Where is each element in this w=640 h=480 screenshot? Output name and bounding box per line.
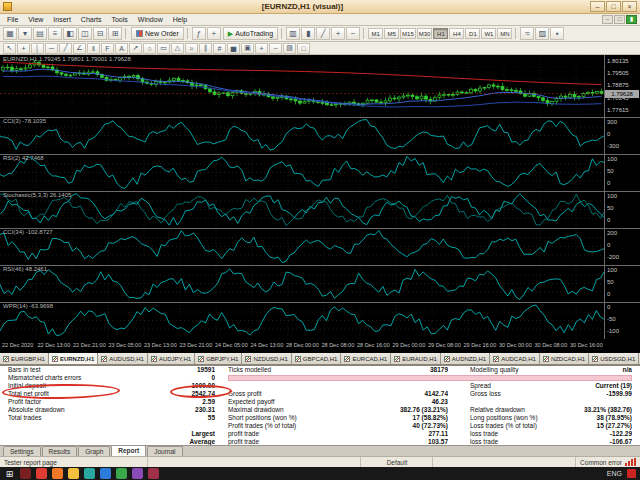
language-indicator[interactable]: ENG (607, 470, 622, 477)
ellipse-shape-icon[interactable]: ○ (143, 43, 156, 54)
taskbar-app-orange-icon[interactable] (52, 468, 63, 479)
tester-tab-results[interactable]: Results (42, 446, 78, 456)
taskbar-app-dark-red-icon[interactable] (20, 468, 31, 479)
timeframe-m1[interactable]: M1 (368, 28, 383, 39)
expert-advisors-icon[interactable]: ƒ (192, 27, 206, 40)
fibonacci-icon[interactable]: F (101, 43, 114, 54)
chart-dropdown-icon[interactable]: ▾ (18, 27, 32, 40)
indicator-list-icon[interactable]: ≈ (185, 43, 198, 54)
line-chart-icon[interactable]: ╱ (316, 27, 330, 40)
symbol-tab-nzdcad[interactable]: NZDCAD,H1 (540, 353, 589, 365)
indicator-pane-2[interactable]: RSI(2) 42.7468100500 (0, 154, 640, 191)
depth-of-market-icon[interactable]: ▪ (550, 27, 564, 40)
indicator-pane-3[interactable]: Stochastic(5,3,3) 26.1405100500 (0, 191, 640, 228)
channel-icon[interactable]: ‖ (87, 43, 100, 54)
fullscreen-icon[interactable]: □ (297, 43, 310, 54)
tester-tab-report[interactable]: Report (111, 445, 146, 456)
price-axis-separator[interactable] (604, 55, 605, 339)
taskbar-app-green-icon[interactable] (116, 468, 127, 479)
symbol-tab-usdsgd[interactable]: USDSGD,H1 (589, 353, 639, 365)
menu-window[interactable]: Window (133, 14, 168, 25)
trend-angle-icon[interactable]: ∠ (73, 43, 86, 54)
taskbar-app-blue-icon[interactable] (100, 468, 111, 479)
menu-help[interactable]: Help (168, 14, 192, 25)
symbol-tab-audjpy[interactable]: AUDJPY,H1 (148, 353, 195, 365)
time-axis[interactable]: 22 Dec 202022 Dec 13:0022 Dec 21:0023 De… (0, 339, 640, 353)
menu-tools[interactable]: Tools (106, 14, 132, 25)
vertical-line-icon[interactable]: │ (31, 43, 44, 54)
symbol-tab-audcad[interactable]: AUDCAD,H1 (490, 353, 540, 365)
arrow-marker-icon[interactable]: ↗ (129, 43, 142, 54)
symbol-tab-gbpcad[interactable]: GBPCAD,H1 (292, 353, 342, 365)
indicators-icon[interactable]: ≈ (520, 27, 534, 40)
taskbar-start-button-icon[interactable]: ⊞ (4, 468, 15, 479)
new-chart-icon[interactable]: ▦ (3, 27, 17, 40)
close-button[interactable]: × (622, 1, 637, 12)
symbol-tab-eurcad[interactable]: EURCAD,H1 (341, 353, 391, 365)
pane-separator[interactable] (0, 154, 640, 155)
zoom-out-icon[interactable]: − (346, 27, 360, 40)
zoom-in-icon[interactable]: + (331, 27, 345, 40)
zoom-out-icon[interactable]: − (269, 43, 282, 54)
strategy-tester-icon[interactable]: ⊞ (108, 27, 122, 40)
objects-list-icon[interactable]: ▣ (241, 43, 254, 54)
taskbar-app-purple-icon[interactable] (132, 468, 143, 479)
zoom-in-icon[interactable]: + (255, 43, 268, 54)
menu-insert[interactable]: Insert (48, 14, 76, 25)
pane-separator[interactable] (0, 302, 640, 303)
text-label-icon[interactable]: A (115, 43, 128, 54)
indicator-pane-1[interactable]: CCI(3) -78.10353000-300 (0, 117, 640, 154)
pane-separator[interactable] (0, 117, 640, 118)
menu-view[interactable]: View (23, 14, 48, 25)
indicator-pane-5[interactable]: RSI(46) 48.2461100500 (0, 265, 640, 302)
navigator-icon[interactable]: ◫ (78, 27, 92, 40)
timeframe-m30[interactable]: M30 (417, 28, 433, 39)
timeframe-m15[interactable]: M15 (400, 28, 416, 39)
templates-icon[interactable]: ▨ (535, 27, 549, 40)
chart-objects-icon[interactable]: + (207, 27, 221, 40)
pane-separator[interactable] (0, 191, 640, 192)
menu-file[interactable]: File (2, 14, 23, 25)
period-separator-icon[interactable]: ∥ (199, 43, 212, 54)
tray-alert-icon[interactable] (627, 469, 636, 478)
horizontal-line-icon[interactable]: ─ (45, 43, 58, 54)
timeframe-h1[interactable]: H1 (433, 28, 448, 39)
templates-icon[interactable]: ▨ (283, 43, 296, 54)
main-chart-pane[interactable]: EURNZD,H1 1.79245 1.79801 1.79001 1.7962… (0, 55, 640, 117)
triangle-shape-icon[interactable]: △ (171, 43, 184, 54)
trendline-icon[interactable]: ╱ (59, 43, 72, 54)
chart-minimize-button[interactable]: – (602, 15, 613, 24)
pane-separator[interactable] (0, 228, 640, 229)
candlestick-chart-icon[interactable]: ▮ (301, 27, 315, 40)
taskbar-folder-icon[interactable] (68, 468, 79, 479)
timeframe-h4[interactable]: H4 (449, 28, 464, 39)
indicator-pane-4[interactable]: CCI(34) -102.87272000-200 (0, 228, 640, 265)
indicator-pane-6[interactable]: WPR(14) -63.96980-50-100 (0, 302, 640, 339)
cursor-icon[interactable]: ↖ (3, 43, 16, 54)
volumes-icon[interactable]: ▅ (227, 43, 240, 54)
chart-restore-button[interactable]: □ (614, 15, 625, 24)
timeframe-m5[interactable]: M5 (384, 28, 399, 39)
pane-separator[interactable] (0, 265, 640, 266)
taskbar-app-teal-icon[interactable] (84, 468, 95, 479)
tester-tab-settings[interactable]: Settings (3, 446, 41, 456)
symbol-tab-audnzd[interactable]: AUDNZD,H1 (441, 353, 490, 365)
profiles-icon[interactable]: ▤ (33, 27, 47, 40)
symbol-tab-nzdusd[interactable]: NZDUSD,H1 (242, 353, 291, 365)
symbol-tab-audusd[interactable]: AUDUSD,H1 (98, 353, 148, 365)
market-watch-icon[interactable]: ≡ (48, 27, 62, 40)
new-order-button[interactable]: New Order (131, 27, 184, 40)
terminal-icon[interactable]: ⊟ (93, 27, 107, 40)
taskbar-app-red-icon[interactable] (36, 468, 47, 479)
data-window-icon[interactable]: ◧ (63, 27, 77, 40)
rectangle-shape-icon[interactable]: ▭ (157, 43, 170, 54)
taskbar-app-maroon-icon[interactable] (148, 468, 159, 479)
bar-chart-icon[interactable]: ▥ (286, 27, 300, 40)
timeframe-w1[interactable]: W1 (481, 28, 496, 39)
symbol-tab-eurnzd[interactable]: EURNZD,H1 (49, 353, 98, 365)
grid-toggle-icon[interactable]: # (213, 43, 226, 54)
crosshair-icon[interactable]: + (17, 43, 30, 54)
tester-tab-graph[interactable]: Graph (78, 446, 110, 456)
menu-charts[interactable]: Charts (76, 14, 107, 25)
timeframe-mn[interactable]: MN (497, 28, 512, 39)
